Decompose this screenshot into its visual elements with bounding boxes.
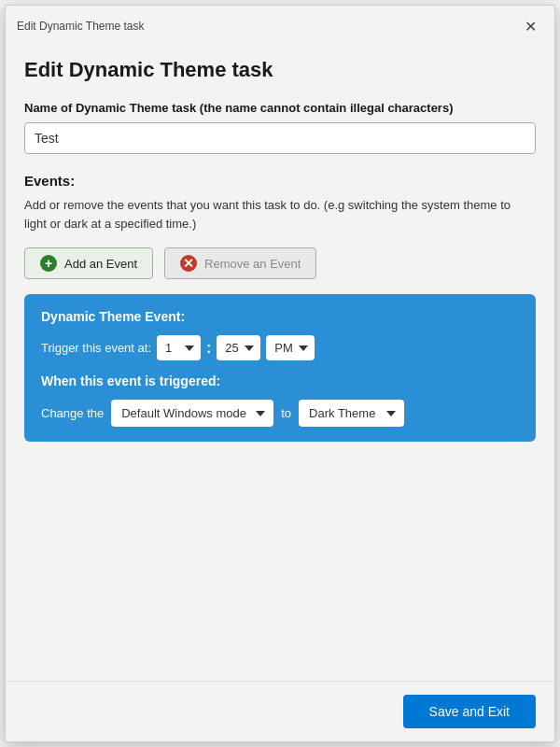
close-button[interactable]: ✕ <box>517 13 543 39</box>
title-bar: Edit Dynamic Theme task ✕ <box>6 6 554 43</box>
dialog: Edit Dynamic Theme task ✕ Edit Dynamic T… <box>5 5 555 742</box>
when-triggered-label: When this event is triggered: <box>41 374 519 388</box>
name-field-label: Name of Dynamic Theme task (the name can… <box>24 101 536 115</box>
add-icon: + <box>40 255 57 272</box>
theme-select[interactable]: Dark Theme Light Theme <box>299 400 404 427</box>
event-action-buttons: + Add an Event ✕ Remove an Event <box>24 247 536 279</box>
hour-select[interactable]: 1 2345 6789 101112 <box>157 335 201 360</box>
remove-event-label: Remove an Event <box>204 257 301 271</box>
mode-select[interactable]: Default Windows mode App mode Both <box>111 400 273 427</box>
remove-event-button[interactable]: ✕ Remove an Event <box>164 247 316 279</box>
save-exit-button[interactable]: Save and Exit <box>403 695 536 728</box>
dialog-content: Edit Dynamic Theme task Name of Dynamic … <box>6 43 554 681</box>
change-row: Change the Default Windows mode App mode… <box>41 400 519 427</box>
add-event-button[interactable]: + Add an Event <box>24 247 153 279</box>
events-description: Add or remove the events that you want t… <box>24 196 536 233</box>
close-icon: ✕ <box>525 18 537 35</box>
events-section-title: Events: <box>24 173 536 189</box>
minute-select[interactable]: 00051015 20253035 40455055 <box>217 335 260 360</box>
trigger-label: Trigger this event at: <box>41 341 151 355</box>
add-event-label: Add an Event <box>64 257 137 271</box>
event-card: Dynamic Theme Event: Trigger this event … <box>24 294 536 442</box>
dialog-footer: Save and Exit <box>6 681 554 741</box>
event-card-title: Dynamic Theme Event: <box>41 309 519 324</box>
ampm-select[interactable]: AM PM <box>266 335 315 360</box>
task-name-input[interactable] <box>24 122 536 154</box>
change-label: Change the <box>41 406 104 420</box>
trigger-row: Trigger this event at: 1 2345 6789 10111… <box>41 335 519 360</box>
title-bar-text: Edit Dynamic Theme task <box>17 20 145 33</box>
page-title: Edit Dynamic Theme task <box>24 58 536 82</box>
time-colon: : <box>206 340 211 357</box>
to-label: to <box>281 406 291 420</box>
remove-icon: ✕ <box>180 255 197 272</box>
